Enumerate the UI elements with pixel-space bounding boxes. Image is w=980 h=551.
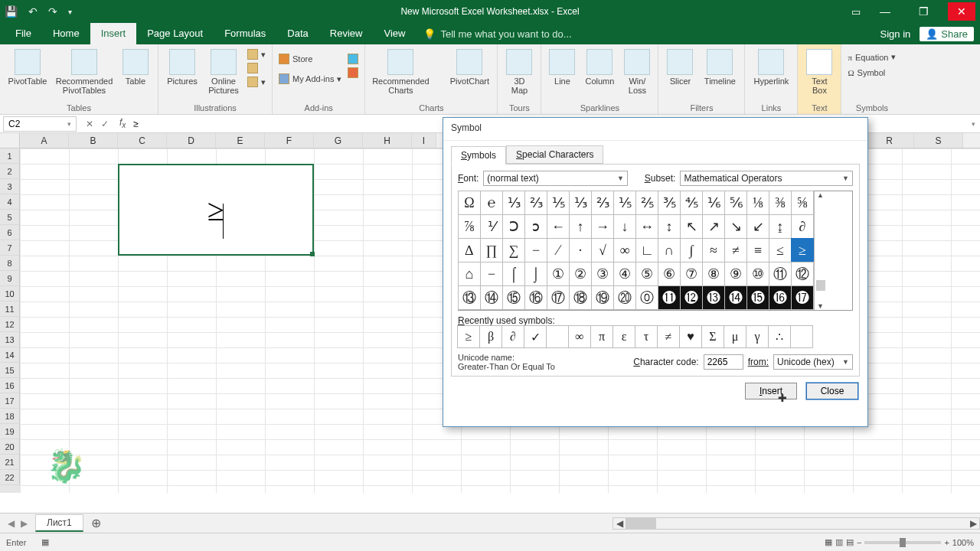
store-button[interactable]: Store [279, 54, 341, 64]
symbol-cell[interactable]: ∏ [480, 238, 503, 262]
qat-customize-icon[interactable]: ▾ [68, 8, 72, 16]
symbol-cell[interactable]: ⅓ [502, 191, 525, 215]
row-header[interactable]: 18 [0, 409, 20, 424]
symbol-cell[interactable]: ⅕ [547, 191, 570, 215]
row-header[interactable]: 2 [0, 164, 20, 179]
column-header[interactable]: R [865, 133, 914, 148]
symbol-cell[interactable]: → [591, 214, 614, 239]
symbol-grid-scrollbar[interactable]: ▲▼ [814, 191, 826, 310]
symbol-cell[interactable]: ⌂ [458, 262, 481, 286]
symbol-cell[interactable]: ⓮ [724, 285, 747, 310]
embedded-image[interactable]: 🐉 [44, 438, 87, 493]
tab-home[interactable]: Home [42, 23, 90, 44]
symbol-cell[interactable]: ⑩ [746, 262, 769, 286]
symbol-cell[interactable]: ⑬ [458, 285, 481, 310]
symbol-cell[interactable]: ⅙ [702, 191, 725, 215]
online-pictures-button[interactable]: Online Pictures [206, 46, 241, 95]
share-button[interactable]: 👤 Share [920, 27, 974, 41]
recent-symbol-cell[interactable]: π [590, 325, 613, 348]
symbol-cell[interactable]: ⓰ [769, 285, 792, 310]
symbol-cell[interactable]: ⑤ [635, 262, 658, 286]
symbol-cell[interactable]: ⅛ [746, 191, 769, 215]
symbol-cell[interactable]: ≈ [702, 238, 725, 262]
tab-data[interactable]: Data [276, 23, 318, 44]
row-header[interactable]: 15 [0, 363, 20, 378]
cancel-formula-icon[interactable]: ✕ [86, 119, 93, 129]
fill-handle[interactable] [310, 252, 315, 256]
symbol-cell[interactable]: ∫ [680, 238, 703, 262]
symbol-cell[interactable]: ⑥ [658, 262, 681, 286]
symbol-cell[interactable]: ≠ [724, 238, 747, 262]
symbol-cell[interactable]: ⅘ [680, 191, 703, 215]
symbol-cell[interactable]: ⅔ [591, 191, 614, 215]
character-code-input[interactable] [704, 354, 743, 370]
zoom-level[interactable]: 100% [952, 538, 974, 547]
column-header[interactable]: F [265, 133, 314, 148]
sparkline-column-button[interactable]: Column [583, 46, 616, 86]
symbol-cell[interactable]: ④ [613, 262, 636, 286]
zoom-slider[interactable] [864, 541, 941, 544]
symbol-cell[interactable]: ⓫ [658, 285, 681, 310]
symbol-cell[interactable]: ← [547, 214, 570, 239]
row-header[interactable]: 14 [0, 347, 20, 363]
screenshot-button[interactable]: ▾ [247, 77, 266, 87]
close-button[interactable]: ✕ [948, 2, 975, 21]
symbol-cell[interactable]: ① [547, 262, 570, 286]
symbol-cell[interactable]: ⑧ [702, 262, 725, 286]
symbol-cell[interactable]: ⓱ [791, 285, 814, 310]
row-header[interactable]: 1 [0, 148, 20, 164]
tab-review[interactable]: Review [319, 23, 374, 44]
symbol-cell[interactable]: ⑭ [480, 285, 503, 310]
symbol-cell[interactable]: ⓭ [702, 285, 725, 310]
tab-page-layout[interactable]: Page Layout [136, 23, 214, 44]
redo-icon[interactable]: ↷ [48, 5, 57, 18]
hyperlink-button[interactable]: Hyperlink [751, 46, 791, 86]
column-header[interactable]: E [216, 133, 265, 148]
symbol-cell[interactable]: ⑱ [569, 285, 592, 310]
symbol-cell[interactable]: ⅟ [480, 214, 503, 239]
symbol-cell[interactable]: ⌡ [524, 262, 547, 286]
symbol-cell[interactable]: ∑ [502, 238, 525, 262]
row-header[interactable]: 13 [0, 332, 20, 347]
maximize-button[interactable]: ❐ [910, 5, 937, 18]
symbol-cell[interactable]: ↔ [635, 214, 658, 239]
expand-formula-bar-icon[interactable]: ▾ [972, 120, 980, 128]
row-header[interactable]: 4 [0, 194, 20, 210]
row-header[interactable]: 16 [0, 378, 20, 393]
name-box[interactable]: C2▾ [3, 116, 77, 132]
table-button[interactable]: Table [119, 46, 152, 86]
symbol-cell[interactable]: ⅞ [458, 214, 481, 239]
symbol-cell[interactable]: ⑰ [547, 285, 570, 310]
people-graph-button[interactable] [348, 67, 358, 78]
sheet-nav-prev-icon[interactable]: ◀ [8, 518, 15, 529]
formula-content[interactable]: ≥ [130, 119, 139, 129]
recent-symbol-cell[interactable]: ∂ [501, 325, 524, 348]
symbol-cell[interactable]: ⑮ [502, 285, 525, 310]
symbol-cell[interactable]: ↖ [680, 214, 703, 239]
symbol-cell[interactable]: ⑨ [724, 262, 747, 286]
row-header[interactable]: 10 [0, 286, 20, 302]
pivottable-button[interactable]: PivotTable [6, 46, 49, 86]
symbol-cell[interactable]: ⓯ [746, 285, 769, 310]
slicer-button[interactable]: Slicer [665, 46, 695, 86]
recent-symbol-cell[interactable]: β [479, 325, 502, 348]
symbol-cell[interactable]: ↄ [524, 214, 547, 239]
close-dialog-button[interactable]: Close [806, 383, 858, 399]
recent-symbol-cell[interactable]: ≠ [657, 325, 680, 348]
symbol-cell[interactable]: ⅚ [724, 191, 747, 215]
symbol-cell[interactable]: ⑦ [680, 262, 703, 286]
symbol-cell[interactable]: ⑫ [791, 262, 814, 286]
symbol-cell[interactable]: ⅗ [658, 191, 681, 215]
dialog-tab-special-characters[interactable]: Special Characters [506, 145, 603, 164]
recent-symbol-cell[interactable]: ≥ [457, 325, 480, 348]
symbol-cell[interactable]: ⑪ [769, 262, 792, 286]
bing-maps-button[interactable] [348, 54, 358, 64]
horizontal-scrollbar[interactable]: ◀▶ [612, 517, 980, 530]
text-box-button[interactable]: Text Box [804, 46, 835, 95]
column-header[interactable]: A [20, 133, 69, 148]
symbol-cell[interactable]: ↗ [702, 214, 725, 239]
symbol-button[interactable]: Ω Symbol [848, 68, 896, 77]
recent-symbol-cell[interactable]: ∴ [768, 325, 791, 348]
symbol-cell[interactable]: ⌠ [502, 262, 525, 286]
symbol-cell[interactable]: ≥ [791, 238, 814, 262]
